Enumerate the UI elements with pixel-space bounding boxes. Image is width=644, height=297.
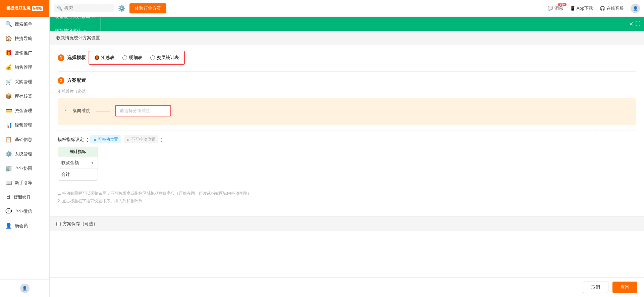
- basic-info-icon: 📋: [5, 136, 12, 143]
- sidebar-item-wechat[interactable]: 💬企业微信: [0, 204, 49, 218]
- dimension-config-title: 汇总维度（必选）: [58, 89, 636, 94]
- wechat-label: 企业微信: [15, 208, 32, 214]
- tip1: 1. 拖动标题栏可以调整布局，不可跨维度或指标区域拖动栏目字段（只能在同一维度或…: [58, 190, 636, 197]
- guide-icon: 📖: [5, 180, 12, 186]
- inventory-icon: 📦: [5, 93, 12, 99]
- settings-icon[interactable]: ⚙️: [118, 5, 125, 12]
- radio-summary-input[interactable]: [95, 55, 99, 60]
- user-avatar: 👤: [20, 284, 30, 293]
- radio-summary-label: 汇总表: [101, 55, 114, 61]
- dimension-config: 汇总维度（必选） * 纵向维度 ——— 请选择分组维度: [58, 89, 636, 125]
- sidebar-item-quick-nav[interactable]: 🏠快捷导航: [0, 31, 49, 46]
- management-label: 经营管理: [15, 122, 32, 128]
- service-icon: 🎧: [600, 6, 605, 11]
- sidebar-item-search-menu[interactable]: 🔍搜索菜单: [0, 17, 49, 31]
- sidebar-item-enterprise[interactable]: 🏢企业协同: [0, 161, 49, 176]
- dimension-arrow: ———: [96, 108, 110, 113]
- tab-home[interactable]: 首页: [50, 0, 101, 10]
- radio-detail[interactable]: 明细表: [122, 55, 142, 61]
- sidebar-item-basic-info[interactable]: 📋基础信息: [0, 132, 49, 147]
- tabbar: 首页现金银行流水查询✕收款情况统计✕新建方案✕ ✕ ⛶: [50, 17, 644, 31]
- cancel-button[interactable]: 取消: [583, 282, 608, 293]
- save-plan-checkbox[interactable]: [56, 222, 61, 226]
- quick-nav-label: 快捷导航: [15, 36, 32, 42]
- sidebar-item-marketing[interactable]: 🎁营销推广: [0, 46, 49, 60]
- guide-label: 新手引导: [15, 180, 32, 186]
- query-button[interactable]: 查询: [612, 282, 637, 293]
- system-icon: ⚙️: [5, 151, 12, 157]
- non-draggable-label: 不可拖动位置: [131, 137, 155, 142]
- section-body: 1 选择模板 汇总表 明细表: [50, 45, 644, 216]
- draggable-icon: ⠿: [94, 137, 97, 142]
- wechat-icon: 💬: [5, 208, 12, 214]
- sidebar-item-system[interactable]: ⚙️系统管理: [0, 147, 49, 161]
- user-menu[interactable]: 👤: [631, 4, 640, 13]
- tab-label-bank-flow: 现金银行流水查询: [55, 14, 90, 20]
- message-btn[interactable]: 💬 消息 99+: [548, 5, 563, 11]
- service-label: 在线客服: [606, 5, 624, 11]
- sidebar-item-guide[interactable]: 📖新手引导: [0, 176, 49, 190]
- required-mark: *: [64, 108, 66, 113]
- sidebar-item-finance[interactable]: 💳资金管理: [0, 103, 49, 118]
- dimension-selector[interactable]: 请选择分组维度: [115, 105, 171, 116]
- tab-bank-flow[interactable]: 现金银行流水查询✕: [50, 10, 101, 24]
- page-title: 收款情况统计方案设置: [56, 35, 100, 40]
- step2-section: 2 方案配置 汇总维度（必选） * 纵向维度 ——— 请选择分: [58, 71, 636, 204]
- service-btn[interactable]: 🎧 在线客服: [600, 5, 624, 11]
- non-draggable-tag: ⠿ 不可拖动位置: [124, 136, 158, 143]
- dimension-placeholder: 请选择分组维度: [120, 108, 150, 113]
- sales-label: 销售管理: [15, 64, 32, 70]
- purchase-icon: 🛒: [5, 79, 12, 85]
- tips-section: 1. 拖动标题栏可以调整布局，不可跨维度或指标区域拖动栏目字段（只能在同一维度或…: [58, 186, 636, 204]
- vertical-dim-label: 纵向维度: [73, 108, 90, 114]
- close-tab-btn[interactable]: ✕: [629, 21, 633, 27]
- dimension-row: * 纵向维度 ——— 请选择分组维度: [64, 105, 629, 116]
- expand-btn[interactable]: ⛶: [635, 21, 641, 27]
- radio-summary[interactable]: 汇总表: [95, 55, 114, 61]
- topbar-right: 💬 消息 99+ 📱 App下载 🎧 在线客服 👤: [548, 4, 640, 13]
- tab-close-bank-flow[interactable]: ✕: [92, 15, 95, 19]
- download-btn[interactable]: 📱 App下载: [570, 5, 593, 11]
- basic-info-label: 基础信息: [15, 137, 32, 143]
- step2-title: 方案配置: [67, 78, 86, 84]
- save-plan-checkbox-label[interactable]: 方案保存（可选）: [56, 221, 98, 227]
- save-plan-label: 方案保存（可选）: [63, 221, 98, 227]
- step1-num: 1: [58, 54, 64, 61]
- step1-label: 1 选择模板 汇总表 明细表: [58, 51, 636, 65]
- sidebar-item-smart-hw[interactable]: 🖥智能硬件: [0, 190, 49, 204]
- stats-box: 统计指标 收款金额 ▼ 合计: [58, 147, 98, 181]
- left-paren: (: [87, 137, 88, 142]
- download-label: App下载: [577, 5, 593, 11]
- system-label: 系统管理: [15, 151, 32, 157]
- search-menu-label: 搜索菜单: [15, 21, 32, 27]
- sidebar-item-member[interactable]: 👤畅会员: [0, 218, 49, 233]
- logo-badge: 标准版: [32, 6, 43, 11]
- industry-btn[interactable]: 体验行业方案: [129, 3, 166, 13]
- sidebar-item-inventory[interactable]: 📦库存核算: [0, 89, 49, 103]
- sidebar: 畅捷通好生意 标准版 🔍搜索菜单🏠快捷导航🎁营销推广💰销售管理🛒采购管理📦库存核…: [0, 0, 50, 297]
- step1-title: 选择模板: [67, 55, 86, 61]
- dimension-area: * 纵向维度 ——— 请选择分组维度: [58, 98, 636, 125]
- radio-crosstab-input[interactable]: [150, 55, 155, 60]
- radio-detail-input[interactable]: [122, 55, 127, 60]
- enterprise-label: 企业协同: [15, 165, 32, 171]
- metric-row-collection[interactable]: 收款金额 ▼: [58, 157, 98, 169]
- sidebar-item-management[interactable]: 📊经营管理: [0, 118, 49, 132]
- page-header: 收款情况统计方案设置: [50, 31, 644, 45]
- sidebar-item-purchase[interactable]: 🛒采购管理: [0, 75, 49, 89]
- topbar-avatar: 👤: [631, 4, 640, 13]
- page-footer: 方案保存（可选）: [50, 216, 644, 231]
- metric-dropdown-icon[interactable]: ▼: [91, 161, 94, 165]
- stats-section-title: 统计指标: [58, 147, 98, 157]
- download-icon: 📱: [570, 6, 575, 11]
- metric-name-total: 合计: [61, 171, 70, 178]
- non-draggable-icon: ⠿: [127, 137, 130, 142]
- sidebar-item-sales[interactable]: 💰销售管理: [0, 60, 49, 75]
- radio-crosstab[interactable]: 交叉统计表: [150, 55, 179, 61]
- member-icon: 👤: [5, 222, 12, 229]
- enterprise-icon: 🏢: [5, 165, 12, 171]
- message-badge: 99+: [558, 3, 567, 6]
- template-radio-group: 汇总表 明细表 交叉统计表: [95, 55, 179, 61]
- tabbar-actions: ✕ ⛶: [629, 21, 644, 27]
- finance-icon: 💳: [5, 107, 12, 114]
